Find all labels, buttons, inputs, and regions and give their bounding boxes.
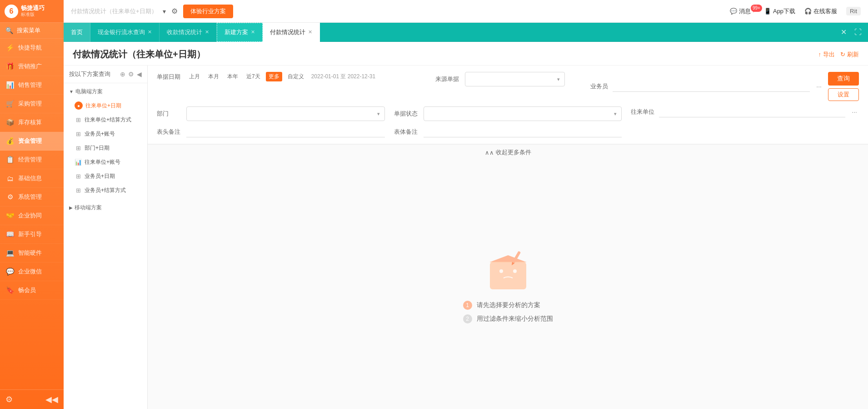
sidebar-search[interactable]: 🔍 搜索菜单 [0, 23, 64, 39]
sidebar: 6 畅捷通巧 标准版 🔍 搜索菜单 ⚡ 快捷导航 🎁 营销推广 📊 销售管理 🛒… [0, 0, 64, 409]
tab-payment[interactable]: 付款情况统计 ✕ [263, 23, 320, 42]
scheme-item-staff-payment[interactable]: ⊞ 业务员+结算方式 [64, 183, 147, 197]
scheme-section-toggle[interactable]: ▼ 电脑端方案 [64, 85, 147, 98]
collapse-sidebar-icon[interactable]: ◀◀ [45, 394, 58, 404]
docstatus-select[interactable]: ▾ [424, 106, 622, 121]
filter-row-1: 单据日期 上月 本月 本年 近7天 更多 自定义 2022-01-01 至 20… [157, 72, 859, 101]
dept-select[interactable]: ▾ [186, 106, 385, 121]
partner-filter-input[interactable] [659, 106, 845, 117]
sidebar-item-hardware[interactable]: 💻 智能硬件 [0, 244, 64, 263]
scheme-settings-icon[interactable]: ⚙ [128, 71, 134, 78]
collapse-scheme-icon[interactable]: ◀ [137, 71, 142, 78]
filter-docstatus-item: 单据状态 ▾ [394, 106, 622, 121]
mobile-section-arrow-icon: ▶ [69, 205, 73, 210]
source-select-arrow-icon: ▾ [557, 76, 560, 82]
scheme-item-label: 部门+日期 [85, 144, 110, 152]
messages-button[interactable]: 💬 消息 99+ + [730, 7, 755, 15]
svg-point-3 [513, 269, 517, 273]
sidebar-item-purchase[interactable]: 🛒 采购管理 [0, 95, 64, 113]
sidebar-item-finance[interactable]: 💰 资金管理 [0, 132, 64, 151]
marketing-icon: 🎁 [5, 62, 15, 71]
sidebar-item-basic[interactable]: 🗂 基础信息 [0, 169, 64, 188]
scheme-item-label: 往来单位+账号 [85, 158, 120, 166]
sidebar-item-inventory[interactable]: 📦 库存核算 [0, 113, 64, 132]
collapse-more-button[interactable]: ∧∧ 收起更多条件 [148, 144, 868, 160]
tabbar: 首页 现金银行流水查询 ✕ 收款情况统计 ✕ 新建方案 ✕ 付款情况统计 ✕ ✕… [64, 23, 868, 42]
trial-industry-button[interactable]: 体验行业方案 [183, 5, 233, 18]
add-scheme-icon[interactable]: ⊕ [120, 71, 125, 78]
tab-bank-label: 现金银行流水查询 [98, 28, 145, 36]
date-btn-this-month[interactable]: 本月 [205, 72, 222, 81]
topbar-breadcrumb: 付款情况统计（往来单位+日期） [71, 7, 157, 15]
refresh-button[interactable]: ↻ 刷新 [840, 50, 859, 59]
query-button[interactable]: 查询 [828, 72, 859, 86]
tab-receivable-close-icon[interactable]: ✕ [205, 29, 209, 35]
dept-filter-label: 部门 [157, 110, 182, 118]
tab-new-scheme[interactable]: 新建方案 ✕ [217, 23, 263, 42]
search-icon: 🔍 [5, 27, 13, 34]
tab-receivable-label: 收款情况统计 [167, 28, 202, 36]
settings-button[interactable]: 设置 [828, 88, 859, 101]
inventory-icon: 📦 [5, 118, 15, 127]
scheme-item-label: 往来单位+日期 [85, 102, 121, 110]
export-button[interactable]: ↑ 导出 [818, 50, 835, 59]
scheme-item-unit-account[interactable]: 📊 往来单位+账号 [64, 155, 147, 169]
scheme-mobile-section: ▶ 移动端方案 [64, 199, 147, 216]
sidebar-item-sales[interactable]: 📊 销售管理 [0, 76, 64, 95]
tab-home[interactable]: 首页 [64, 23, 90, 42]
header-note-input[interactable] [186, 126, 385, 137]
tab-payment-label: 付款情况统计 [270, 28, 305, 36]
date-btn-this-year[interactable]: 本年 [224, 72, 241, 81]
date-options-group: 上月 本月 本年 近7天 更多 自定义 2022-01-01 至 2022-12… [186, 72, 375, 81]
service-label: 在线客服 [813, 7, 837, 15]
sidebar-item-label: 快捷导航 [18, 44, 42, 52]
app-download-button[interactable]: 📱 App下载 [764, 7, 795, 15]
scheme-item-unit-payment[interactable]: ⊞ 往来单位+结算方式 [64, 113, 147, 127]
scheme-item-dept-date[interactable]: ⊞ 部门+日期 [64, 141, 147, 155]
tab-new-scheme-close-icon[interactable]: ✕ [251, 29, 255, 35]
member-icon: 🔖 [5, 286, 15, 295]
sidebar-item-member[interactable]: 🔖 畅会员 [0, 281, 64, 300]
date-btn-7days[interactable]: 近7天 [244, 72, 263, 81]
sidebar-item-label: 基础信息 [18, 174, 42, 182]
body-note-input[interactable] [424, 126, 622, 137]
operations-icon: 📋 [5, 155, 15, 164]
tab-new-scheme-label: 新建方案 [224, 28, 248, 36]
maximize-button[interactable]: ⛶ [852, 26, 864, 39]
messages-label: 消息 [739, 7, 751, 15]
scheme-item-label: 业务员+结算方式 [85, 187, 126, 194]
sidebar-item-wechat[interactable]: 💬 企业微信 [0, 263, 64, 281]
date-btn-last-month[interactable]: 上月 [186, 72, 203, 81]
tabbar-actions: ✕ ⛶ [837, 26, 868, 39]
scheme-item-unit-date[interactable]: ● 往来单位+日期 [64, 98, 147, 113]
user-menu[interactable]: Rit [846, 7, 861, 15]
sidebar-item-label: 系统管理 [18, 193, 42, 201]
sidebar-item-operations[interactable]: 📋 经营管理 [0, 151, 64, 169]
scheme-mobile-toggle[interactable]: ▶ 移动端方案 [64, 201, 147, 214]
topbar-gear-icon[interactable]: ⚙ [171, 7, 178, 15]
scheme-item-staff-account[interactable]: ⊞ 业务员+账号 [64, 127, 147, 141]
scheme-item-staff-date[interactable]: ⊞ 业务员+日期 [64, 169, 147, 183]
online-service-button[interactable]: 🎧 在线客服 [804, 7, 837, 15]
filter-date-item: 单据日期 上月 本月 本年 近7天 更多 自定义 2022-01-01 至 20… [157, 72, 426, 81]
sidebar-item-system[interactable]: ⚙ 系统管理 [0, 188, 64, 207]
settings-gear-icon[interactable]: ⚙ [5, 394, 13, 404]
sidebar-item-marketing[interactable]: 🎁 营销推广 [0, 57, 64, 76]
sidebar-item-guide[interactable]: 📖 新手引导 [0, 225, 64, 244]
tab-payment-close-icon[interactable]: ✕ [308, 29, 312, 35]
page-title: 付款情况统计（往来单位+日期） [73, 48, 205, 61]
date-btn-more[interactable]: 更多 [266, 72, 282, 81]
topbar-dropdown-icon[interactable]: ▾ [163, 8, 166, 15]
tab-bank[interactable]: 现金银行流水查询 ✕ [90, 23, 160, 42]
close-all-tabs-button[interactable]: ✕ [837, 26, 850, 39]
sidebar-item-quick-nav[interactable]: ⚡ 快捷导航 [0, 39, 64, 57]
sidebar-item-label: 企业微信 [18, 268, 42, 276]
staff-filter-input[interactable] [613, 81, 810, 92]
tab-receivable[interactable]: 收款情况统计 ✕ [160, 23, 217, 42]
staff-filter-more-icon[interactable]: ··· [814, 83, 823, 90]
date-btn-custom[interactable]: 自定义 [285, 72, 307, 81]
source-select[interactable]: ▾ [465, 72, 565, 86]
tab-bank-close-icon[interactable]: ✕ [148, 29, 152, 35]
partner-filter-more-icon[interactable]: ··· [850, 108, 859, 116]
sidebar-item-enterprise[interactable]: 🤝 企业协同 [0, 207, 64, 225]
